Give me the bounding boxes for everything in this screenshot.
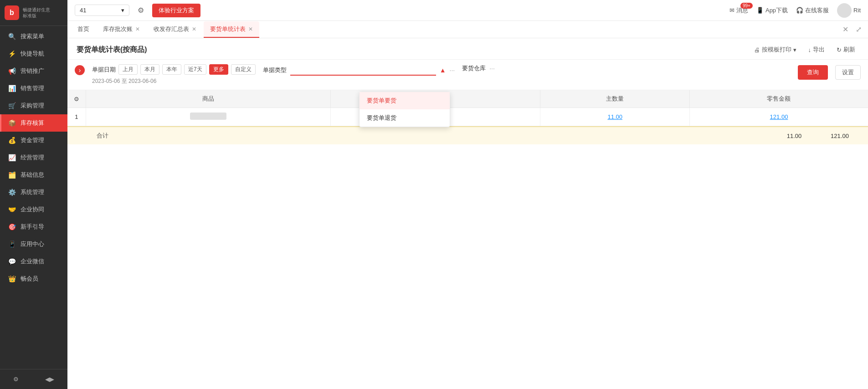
service-item[interactable]: 🎧 在线客服 xyxy=(796,6,829,15)
gear-icon: ⚙️ xyxy=(8,188,16,196)
type-filter-row: 单据类型 ▲ ··· xyxy=(263,64,455,76)
search-icon: 🔍 xyxy=(8,32,16,41)
chevron-down-icon: ▾ xyxy=(121,7,124,14)
refresh-icon: ↻ xyxy=(837,46,842,53)
sidebar-item-search[interactable]: 🔍 搜索菜单 xyxy=(0,28,67,45)
sidebar-item-basic[interactable]: 🗂️ 基础信息 xyxy=(0,166,67,184)
sidebar-item-enterprise[interactable]: 🤝 企业协同 xyxy=(0,201,67,218)
sidebar-item-operations[interactable]: 📈 经营管理 xyxy=(0,149,67,166)
sidebar-bottom: ⚙ ◀▶ xyxy=(0,369,67,389)
dropdown-item-order-return[interactable]: 要货单退货 xyxy=(360,109,450,127)
date-filter-group: 单据日期 上月 本月 本年 近7天 更多 自定义 2023-05-06 至 20… xyxy=(92,64,256,85)
date-btn-7days[interactable]: 近7天 xyxy=(184,64,206,75)
type-label: 单据类型 xyxy=(263,66,287,74)
topbar: 41 ▾ ⚙ 体验行业方案 ✉ 消息 99+ 📱 App下载 🎧 在线客服 R xyxy=(67,0,868,21)
chart-icon: 📊 xyxy=(8,84,16,92)
topbar-gear-icon[interactable]: ⚙ xyxy=(134,4,148,17)
filter-expand-btn[interactable]: › xyxy=(75,65,85,75)
filter-bar: › 单据日期 上月 本月 本年 近7天 更多 自定义 2023-05-06 至 … xyxy=(67,60,868,90)
logo-area: b 畅捷通好生意 标准版 xyxy=(0,0,67,26)
date-btn-this-month[interactable]: 本月 xyxy=(140,64,159,75)
topbar-left: 41 ▾ ⚙ 体验行业方案 xyxy=(75,4,200,17)
lightning-icon: ⚡ xyxy=(8,50,16,58)
target-icon: 🎯 xyxy=(8,223,16,231)
date-btn-more[interactable]: 更多 xyxy=(209,64,228,75)
table-footer: 合计 11.00 121.00 xyxy=(67,126,868,144)
td-index: 1 xyxy=(67,108,86,126)
footer-total-label: 合计 xyxy=(91,132,114,140)
sidebar: b 畅捷通好生意 标准版 🔍 搜索菜单 ⚡ 快捷导航 📢 营销推广 📊 销售管理… xyxy=(0,0,67,389)
type-filter-group: 单据类型 ▲ ··· xyxy=(263,64,455,76)
sidebar-item-finance[interactable]: 💰 资金管理 xyxy=(0,132,67,149)
sidebar-item-sales[interactable]: 📊 销售管理 xyxy=(0,80,67,97)
table-settings-icon[interactable]: ⚙ xyxy=(74,96,79,102)
download-item[interactable]: 📱 App下载 xyxy=(756,6,788,15)
sidebar-item-marketing[interactable]: 📢 营销推广 xyxy=(0,62,67,80)
warehouse-label: 要货仓库 xyxy=(462,64,486,72)
type-more-icon[interactable]: ··· xyxy=(450,67,455,74)
page-content: 要货单统计表(按商品) 🖨 按模板打印 ▾ ↓ 导出 ↻ 刷新 xyxy=(67,38,868,389)
date-btn-this-year[interactable]: 本年 xyxy=(162,64,181,75)
sidebar-item-wechat[interactable]: 💬 企业微信 xyxy=(0,253,67,270)
export-btn[interactable]: ↓ 导出 xyxy=(805,44,829,56)
message-item[interactable]: ✉ 消息 99+ xyxy=(729,6,748,15)
crown-icon: 👑 xyxy=(8,275,16,283)
date-options: 单据日期 上月 本月 本年 近7天 更多 自定义 xyxy=(92,64,256,75)
tab-summary[interactable]: 收发存汇总表 ✕ xyxy=(147,21,203,38)
td-quantity: 11.00 xyxy=(540,108,690,126)
date-range: 2023-05-06 至 2023-06-06 xyxy=(92,77,256,85)
date-btn-custom[interactable]: 自定义 xyxy=(231,64,256,75)
query-btn[interactable]: 查询 xyxy=(798,65,828,80)
company-selector[interactable]: 41 ▾ xyxy=(75,5,129,16)
tab-home[interactable]: 首页 xyxy=(71,21,96,38)
sidebar-item-purchase[interactable]: 🛒 采购管理 xyxy=(0,97,67,114)
settings-btn[interactable]: ⚙ xyxy=(10,373,21,385)
tab-order-stats[interactable]: 要货单统计表 ✕ xyxy=(204,21,259,38)
sidebar-item-inventory[interactable]: 📦 库存核算 xyxy=(0,114,67,132)
product-blurred xyxy=(190,113,226,120)
download-icon: 📱 xyxy=(756,7,764,14)
main-area: 41 ▾ ⚙ 体验行业方案 ✉ 消息 99+ 📱 App下载 🎧 在线客服 R xyxy=(67,0,868,389)
money-icon: 💰 xyxy=(8,136,16,144)
sidebar-item-guide[interactable]: 🎯 新手引导 xyxy=(0,218,67,235)
th-product: 商品 xyxy=(86,90,330,108)
print-icon: 🖨 xyxy=(754,46,760,53)
table-container: ⚙ 商品 主计量单位 主数量 零售金额 1 xyxy=(67,90,868,126)
industry-btn[interactable]: 体验行业方案 xyxy=(152,4,200,17)
collapse-btn[interactable]: ◀▶ xyxy=(42,373,57,385)
warehouse-filter-group: 要货仓库 ··· xyxy=(462,64,495,72)
cart-icon: 🛒 xyxy=(8,102,16,110)
user-area[interactable]: Rit xyxy=(837,3,861,18)
th-settings[interactable]: ⚙ xyxy=(67,90,86,108)
print-chevron-icon: ▾ xyxy=(793,46,796,53)
tabs-bar: 首页 库存批次账 ✕ 收发存汇总表 ✕ 要货单统计表 ✕ ✕ ⤢ xyxy=(67,21,868,38)
table-row: 1 块 11.00 121.00 xyxy=(67,108,868,126)
type-arrow-icon[interactable]: ▲ xyxy=(440,67,446,74)
tab-expand-icon[interactable]: ⤢ xyxy=(853,25,864,34)
warehouse-more-icon[interactable]: ··· xyxy=(489,65,495,72)
dropdown-item-order-request[interactable]: 要货单要货 xyxy=(360,92,450,109)
page-header: 要货单统计表(按商品) 🖨 按模板打印 ▾ ↓ 导出 ↻ 刷新 xyxy=(67,38,868,60)
print-btn[interactable]: 🖨 按模板打印 ▾ xyxy=(750,44,800,56)
close-summary-icon[interactable]: ✕ xyxy=(192,26,196,32)
close-batch-icon[interactable]: ✕ xyxy=(135,26,140,32)
chat-icon: 💬 xyxy=(8,257,16,266)
type-dropdown: 要货单要货 要货单退货 xyxy=(359,92,450,127)
tab-close-all-icon[interactable]: ✕ xyxy=(840,25,851,34)
sidebar-item-app-center[interactable]: 📱 应用中心 xyxy=(0,235,67,253)
sidebar-item-quick[interactable]: ⚡ 快捷导航 xyxy=(0,45,67,62)
tab-batch[interactable]: 库存批次账 ✕ xyxy=(97,21,146,38)
td-product xyxy=(86,108,330,126)
trending-icon: 📈 xyxy=(8,154,16,162)
date-btn-last-month[interactable]: 上月 xyxy=(118,64,138,75)
close-order-stats-icon[interactable]: ✕ xyxy=(248,26,253,32)
data-table: ⚙ 商品 主计量单位 主数量 零售金额 1 xyxy=(67,90,868,126)
th-amount: 零售金额 xyxy=(689,90,868,108)
sidebar-item-vip[interactable]: 👑 畅会员 xyxy=(0,270,67,287)
type-input[interactable] xyxy=(290,64,436,76)
mobile-icon: 📱 xyxy=(8,240,16,248)
sidebar-item-system[interactable]: ⚙️ 系统管理 xyxy=(0,184,67,201)
refresh-btn[interactable]: ↻ 刷新 xyxy=(833,44,859,56)
filter-settings-btn[interactable]: 设置 xyxy=(835,65,861,80)
sidebar-nav: 🔍 搜索菜单 ⚡ 快捷导航 📢 营销推广 📊 销售管理 🛒 采购管理 📦 库存核… xyxy=(0,26,67,369)
